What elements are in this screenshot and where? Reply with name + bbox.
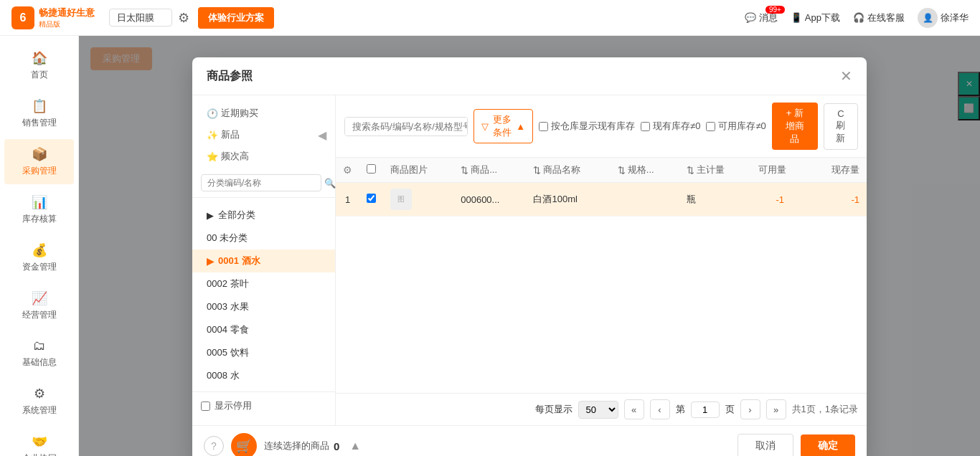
sort-img[interactable]: 商品图片 <box>390 163 446 176</box>
current-stock-label[interactable]: 现有库存≠0 <box>641 120 700 133</box>
modal-toolbar: 🔍 ▽ 更多条件 ▲ 按仓库显示现有库存 <box>336 95 867 158</box>
prev-page-btn[interactable]: ‹ <box>650 399 670 419</box>
category-0003[interactable]: 0003 水果 <box>192 295 335 318</box>
current-stock-checkbox[interactable] <box>641 122 650 131</box>
recent-purchase-btn[interactable]: 🕐 近期购买 <box>201 104 312 123</box>
pagination-bar: 每页显示 50 10 20 100 « ‹ 第 页 <box>336 393 867 425</box>
category-list: ▶ 全部分类 00 未分类 ▶ 0001 酒水 0002 茶 <box>192 198 335 391</box>
sidebar-item-basic-info[interactable]: 🗂 基础信息 <box>4 331 74 376</box>
header-search: 日太阳膜 ⚙ <box>109 9 189 27</box>
toolbar-right: + 新增商品 C 刷新 <box>772 103 858 150</box>
th-settings[interactable]: ⚙ <box>336 158 359 183</box>
app-download-btn[interactable]: 📱 App下载 <box>791 11 840 24</box>
filter-icon: ▽ <box>481 121 489 132</box>
select-all-checkbox[interactable] <box>367 164 376 174</box>
page-label: 第 <box>676 403 685 416</box>
sidebar-item-purchase[interactable]: 📦 采购管理 <box>4 139 74 184</box>
sidebar-item-enterprise[interactable]: 🤝 企业协同 <box>4 427 74 456</box>
td-checkbox[interactable] <box>359 183 383 217</box>
display-disabled-checkbox[interactable] <box>201 402 210 411</box>
modal-close-button[interactable]: ✕ <box>840 67 852 85</box>
trial-button[interactable]: 体验行业方案 <box>198 7 274 29</box>
logo-area: 6 畅捷通好生意 精品版 <box>11 6 95 29</box>
page-number-input[interactable] <box>691 402 720 418</box>
next-page-btn[interactable]: › <box>740 399 760 419</box>
content-area: 采购管理 ✕ ⬜ 商品参照 ✕ <box>79 36 980 456</box>
first-page-btn[interactable]: « <box>624 399 644 419</box>
category-0008[interactable]: 0008 水 <box>192 364 335 387</box>
left-panel-quick-btns: 🕐 近期购买 ✨ 新品 ⭐ 频次高 <box>192 101 335 171</box>
online-service-btn[interactable]: 🎧 在线客服 <box>853 11 905 24</box>
total-info: 共1页，1条记录 <box>792 403 858 416</box>
sidebar-item-operation[interactable]: 📈 经营管理 <box>4 283 74 328</box>
collapse-left-panel-btn[interactable]: ◀ <box>318 128 326 142</box>
td-product-code: 000600... <box>453 183 526 217</box>
sidebar-item-sales[interactable]: 📋 销售管理 <box>4 91 74 136</box>
sort-available[interactable]: 可用量 <box>758 163 801 176</box>
cart-icon: 🛒 <box>236 438 252 454</box>
sidebar-item-home[interactable]: 🏠 首页 <box>4 43 74 88</box>
avatar: 👤 <box>918 8 938 28</box>
category-00[interactable]: 00 未分类 <box>192 227 335 250</box>
help-icon[interactable]: ? <box>204 436 224 456</box>
sort-stock[interactable]: 现存量 <box>816 163 859 176</box>
operation-icon: 📈 <box>32 290 47 306</box>
display-disabled-label[interactable]: 显示停用 <box>215 399 252 412</box>
modal-body: 🕐 近期购买 ✨ 新品 ⭐ 频次高 <box>192 95 867 425</box>
last-page-btn[interactable]: » <box>766 399 786 419</box>
message-btn[interactable]: 💬 消息 99+ <box>745 11 778 24</box>
table-row[interactable]: 1 图 000600... 白酒100ml 瓶 <box>336 183 867 217</box>
product-table: ⚙ 商品图片 ⇅商品... ⇅商品名称 ⇅规格... ⇅主计量 可用量 现存量 <box>336 158 867 217</box>
page-size-select[interactable]: 50 10 20 100 <box>578 401 618 419</box>
user-area[interactable]: 👤 徐泽华 <box>918 8 969 28</box>
active-tri-icon: ▶ <box>207 256 214 267</box>
high-freq-btn[interactable]: ⭐ 频次高 <box>201 147 312 166</box>
display-disabled-area: 显示停用 <box>192 391 335 419</box>
cart-button[interactable]: 🛒 <box>231 433 257 456</box>
sort-code[interactable]: ⇅商品... <box>461 163 519 176</box>
refresh-button[interactable]: C 刷新 <box>824 103 858 150</box>
sort-spec[interactable]: ⇅规格... <box>618 163 673 176</box>
available-stock-label[interactable]: 可用库存≠0 <box>706 120 765 133</box>
row-checkbox[interactable] <box>367 194 376 203</box>
footer-collapse-btn[interactable]: ▲ <box>349 440 361 452</box>
cancel-button[interactable]: 取消 <box>738 434 793 456</box>
sidebar-item-finance[interactable]: 💰 资金管理 <box>4 235 74 280</box>
td-stock: -1 <box>809 183 867 217</box>
category-all[interactable]: ▶ 全部分类 <box>192 204 335 227</box>
cart-label: 连续选择的商品 0 <box>264 440 339 452</box>
filter-collapse-icon: ▲ <box>516 121 525 132</box>
more-filter-btn[interactable]: ▽ 更多条件 ▲ <box>473 109 533 143</box>
category-0002[interactable]: 0002 茶叶 <box>192 272 335 295</box>
logo-text: 畅捷通好生意 精品版 <box>39 6 95 29</box>
add-product-button[interactable]: + 新增商品 <box>772 103 818 150</box>
category-0005[interactable]: 0005 饮料 <box>192 341 335 364</box>
gear-icon[interactable]: ⚙ <box>343 164 352 176</box>
gear-icon[interactable]: ⚙ <box>178 10 189 26</box>
category-0004[interactable]: 0004 零食 <box>192 318 335 341</box>
new-product-btn[interactable]: ✨ 新品 <box>201 125 312 144</box>
sort-name[interactable]: ⇅商品名称 <box>533 163 603 176</box>
category-search-input[interactable] <box>201 174 321 191</box>
modal-overlay: 商品参照 ✕ 🕐 近期购买 <box>79 36 980 456</box>
sort-unit[interactable]: ⇅主计量 <box>687 163 744 176</box>
th-checkbox[interactable] <box>359 158 383 183</box>
category-0001[interactable]: ▶ 0001 酒水 <box>192 250 335 272</box>
inventory-icon: 📊 <box>32 194 47 210</box>
confirm-button[interactable]: 确定 <box>801 434 855 456</box>
available-stock-checkbox[interactable] <box>706 122 715 131</box>
category-search-icon[interactable]: 🔍 <box>324 178 336 189</box>
th-product-name: ⇅商品名称 <box>526 158 610 183</box>
nav-select[interactable]: 日太阳膜 <box>109 9 172 27</box>
sidebar-item-inventory[interactable]: 📊 库存核算 <box>4 187 74 232</box>
sidebar-item-system[interactable]: ⚙ 系统管理 <box>4 379 74 424</box>
product-search-box: 🔍 <box>344 117 468 136</box>
product-search-input[interactable] <box>345 118 468 136</box>
warehouse-stock-label[interactable]: 按仓库显示现有库存 <box>539 120 635 133</box>
th-spec: ⇅规格... <box>611 158 680 183</box>
footer-actions: 取消 确定 <box>738 434 855 456</box>
td-index: 1 <box>336 183 359 217</box>
td-available: -1 <box>751 183 809 217</box>
sales-icon: 📋 <box>32 98 47 114</box>
warehouse-stock-checkbox[interactable] <box>539 122 548 131</box>
